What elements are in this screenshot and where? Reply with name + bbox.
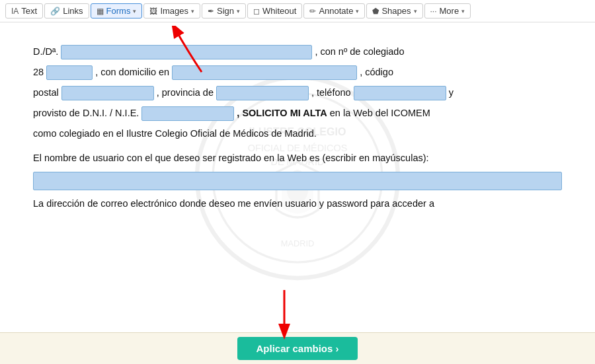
line3-mid2: , teléfono [311,83,351,102]
sign-chevron: ▾ [237,8,240,15]
line5-text: como colegiado en el Ilustre Colegio Ofi… [33,124,317,143]
annotation-arrow-2 [258,287,311,342]
field-name[interactable] [61,45,312,59]
more-button[interactable]: ··· More ▾ [424,3,471,18]
links-button[interactable]: 🔗 Links [44,3,89,18]
line6-text: El nombre de usuario con el que deseo se… [33,149,429,168]
more-chevron: ▾ [461,8,465,15]
annotate-icon: ✏ [309,7,316,16]
line2-suffix: , código [360,63,393,82]
document-area: ILUSTRE COLEGIO OFICIAL DE MÉDICOS DE MA… [0,22,595,332]
forms-button[interactable]: ▦ Forms ▾ [91,3,143,18]
line1-suffix: , con nº de colegiado [315,42,404,61]
text-icon: IA [11,7,19,16]
field-domicilio[interactable] [172,65,357,80]
doc-line-7: La dirección de correo electrónico donde… [33,194,562,213]
line4-suffix: en la Web del ICOMEM [330,104,430,123]
shapes-label: Shapes [381,6,411,16]
shapes-chevron: ▾ [414,8,417,15]
doc-line-2: 28 , con domicilio en , código [33,63,562,82]
line3-prefix: postal [33,83,59,102]
field-username[interactable] [33,172,562,190]
sign-label: Sign [217,6,234,16]
shapes-button[interactable]: ⬟ Shapes ▾ [366,3,422,18]
doc-line-1: D./Dª. , con nº de colegiado [33,42,562,61]
toolbar: IA Text 🔗 Links ▦ Forms ▾ 🖼 Images ▾ ✒ S… [0,0,595,22]
line7-text: La dirección de correo electrónico donde… [33,194,434,213]
line2-prefix: 28 [33,63,44,82]
field-dni[interactable] [141,106,234,121]
shapes-icon: ⬟ [372,7,379,16]
images-chevron: ▾ [191,8,194,15]
bottom-bar: Aplicar cambios › [0,332,595,364]
images-label: Images [160,6,188,16]
field-provincia[interactable] [216,86,309,100]
line3-mid: , provincia de [157,83,214,102]
svg-text:MADRID: MADRID [281,238,314,248]
annotate-chevron: ▾ [356,8,359,15]
line3-suffix: y [449,83,454,102]
images-button[interactable]: 🖼 Images ▾ [143,3,200,18]
doc-line-4: provisto de D.N.I. / N.I.E. , SOLICITO M… [33,104,562,123]
whiteout-icon: ◻ [253,7,260,16]
field-telefono[interactable] [354,86,446,100]
forms-icon: ▦ [97,7,104,16]
more-label: More [440,6,459,16]
forms-chevron: ▾ [133,8,136,15]
forms-label: Forms [106,6,131,16]
links-label: Links [63,6,83,16]
annotate-button[interactable]: ✏ Annotate ▾ [303,3,365,18]
text-label: Text [21,6,37,16]
whiteout-label: Whiteout [262,6,296,16]
annotate-label: Annotate [319,6,353,16]
sign-button[interactable]: ✒ Sign ▾ [202,3,246,18]
images-icon: 🖼 [149,7,157,16]
line1-prefix: D./Dª. [33,42,58,61]
apply-label: Aplicar cambios › [256,343,338,354]
field-colegiado-num[interactable] [46,65,93,80]
line2-mid: , con domicilio en [95,63,169,82]
line4-bold: , SOLICITO MI ALTA [237,104,327,123]
doc-line-3: postal , provincia de , teléfono y [33,83,562,102]
whiteout-button[interactable]: ◻ Whiteout [247,3,302,18]
links-icon: 🔗 [50,7,60,16]
sign-icon: ✒ [208,7,214,16]
more-icon: ··· [430,7,437,16]
doc-line-6: El nombre de usuario con el que deseo se… [33,149,562,168]
field-postal[interactable] [61,86,154,100]
text-button[interactable]: IA Text [5,3,43,18]
doc-line-5: como colegiado en el Ilustre Colegio Ofi… [33,124,562,143]
line4-text: provisto de D.N.I. / N.I.E. [33,104,139,123]
document-text: D./Dª. , con nº de colegiado 28 , con do… [33,42,562,213]
